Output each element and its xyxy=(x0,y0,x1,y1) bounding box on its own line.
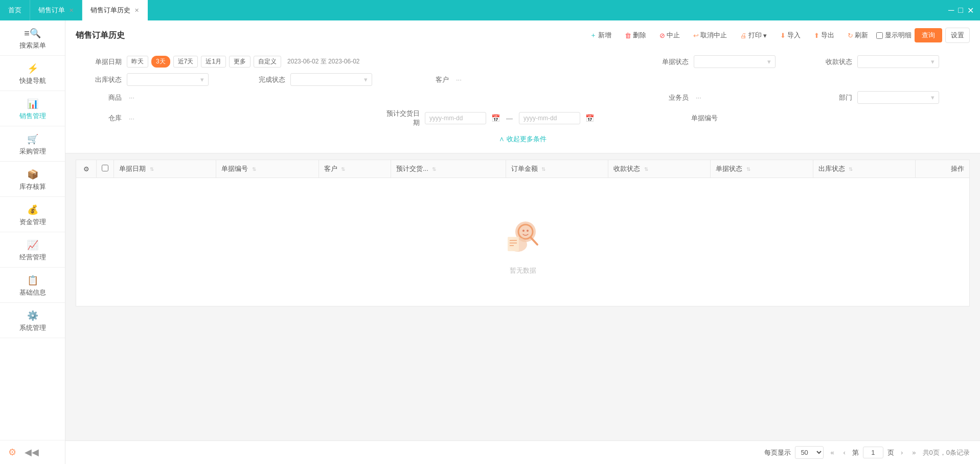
payment-status-select[interactable]: ▾ xyxy=(857,55,939,68)
tab-home[interactable]: 首页 xyxy=(0,0,30,20)
collapse-bar[interactable]: ∧ 收起更多条件 xyxy=(86,132,960,148)
svg-point-4 xyxy=(522,230,525,232)
empty-state-icon xyxy=(497,209,549,260)
import-button[interactable]: ⬇ 导入 xyxy=(775,28,806,42)
last-page-button[interactable]: » xyxy=(909,447,918,458)
show-detail-checkbox[interactable]: 显示明细 xyxy=(876,31,911,40)
cancel-stop-icon: ↩ xyxy=(693,32,699,39)
table-header: ⚙ 单据日期 ⇅ 单据编号 ⇅ 客户 xyxy=(76,160,970,178)
system-mgmt-icon: ⚙️ xyxy=(27,310,38,321)
next-page-button[interactable]: › xyxy=(898,447,905,458)
page-number-input[interactable] xyxy=(863,447,883,458)
date-btn-more[interactable]: 更多 xyxy=(229,56,250,68)
delete-button[interactable]: 🗑 删除 xyxy=(620,28,651,42)
date-btn-today[interactable]: 昨天 xyxy=(127,56,148,68)
new-button[interactable]: ＋ 新增 xyxy=(585,28,617,42)
payment-status-control: ▾ xyxy=(857,55,960,68)
customer-control: ··· xyxy=(454,76,960,83)
delivery-date-label: 预计交货日期 xyxy=(384,109,425,127)
stop-icon: ⊘ xyxy=(659,32,665,39)
refresh-button[interactable]: ↻ 刷新 xyxy=(842,28,873,42)
warehouse-control: ··· xyxy=(127,115,363,122)
complete-status-control: ▾ xyxy=(290,73,393,86)
quick-nav-icon: ⚡ xyxy=(27,63,38,74)
sidebar-item-purchase-mgmt[interactable]: 🛒 采购管理 xyxy=(0,126,65,162)
sidebar-item-inventory[interactable]: 📦 库存核算 xyxy=(0,162,65,197)
settings-button[interactable]: 设置 xyxy=(945,28,970,43)
filter-row-3: 商品 ··· 业务员 ··· 部门 ▾ xyxy=(86,91,960,104)
table-footer: 每页显示 50 10 20 100 « ‹ 第 页 › » 共0页，0条记录 xyxy=(65,440,980,464)
table-col-out-status[interactable]: 出库状态 ⇅ xyxy=(813,160,915,178)
sidebar-item-quick-nav[interactable]: ⚡ 快捷导航 xyxy=(0,56,65,91)
out-status-dropdown-icon: ▾ xyxy=(200,76,204,83)
table-col-date[interactable]: 单据日期 ⇅ xyxy=(114,160,216,178)
tab-sales-order-close[interactable]: ✕ xyxy=(69,7,74,14)
table-col-bill-status[interactable]: 单据状态 ⇅ xyxy=(711,160,813,178)
table-col-amount[interactable]: 订单金额 ⇅ xyxy=(506,160,608,178)
bill-status-sort-icon: ⇅ xyxy=(746,166,750,172)
date-btn-custom[interactable]: 自定义 xyxy=(254,56,281,68)
show-detail-input[interactable] xyxy=(876,32,883,39)
department-label: 部门 xyxy=(816,93,857,102)
department-select[interactable]: ▾ xyxy=(857,91,939,104)
import-icon: ⬇ xyxy=(780,32,786,39)
number-sort-icon: ⇅ xyxy=(252,166,256,172)
delivery-date-start-calendar-icon[interactable]: 📅 xyxy=(491,114,500,122)
per-page-select[interactable]: 50 10 20 100 xyxy=(795,446,824,459)
sidebar-settings-icon[interactable]: ⚙ xyxy=(8,447,16,458)
out-status-label: 出库状态 xyxy=(86,75,127,84)
purchase-mgmt-icon: 🛒 xyxy=(27,134,38,145)
close-icon[interactable]: ✕ xyxy=(967,6,974,15)
bill-status-select[interactable]: ▾ xyxy=(694,55,776,68)
tab-sales-order-history[interactable]: 销售订单历史 ✕ xyxy=(82,0,148,20)
sidebar-collapse-icon[interactable]: ◀◀ xyxy=(25,447,39,458)
query-button[interactable]: 查询 xyxy=(915,28,942,42)
print-button[interactable]: 🖨 打印 ▾ xyxy=(735,28,772,42)
page-header: 销售订单历史 ＋ 新增 🗑 删除 ⊘ 中止 ↩ xyxy=(65,20,980,153)
product-more-link[interactable]: ··· xyxy=(129,94,134,101)
top-bar: 首页 销售订单 ✕ 销售订单历史 ✕ ─ □ ✕ xyxy=(0,0,980,20)
delivery-date-start[interactable]: yyyy-mm-dd xyxy=(425,112,486,124)
maximize-icon[interactable]: □ xyxy=(958,6,963,15)
sidebar-item-sales-mgmt[interactable]: 📊 销售管理 xyxy=(0,91,65,126)
department-dropdown-icon: ▾ xyxy=(931,94,935,101)
salesperson-more-link[interactable]: ··· xyxy=(696,94,701,101)
sidebar-item-basic-info[interactable]: 📋 基础信息 xyxy=(0,268,65,303)
payment-status-dropdown-icon: ▾ xyxy=(931,58,935,65)
date-btn-7days[interactable]: 近7天 xyxy=(173,56,198,68)
delivery-date-end[interactable]: yyyy-mm-dd xyxy=(519,112,580,124)
customer-label: 客户 xyxy=(413,75,454,84)
table-col-delivery-date[interactable]: 预计交货... ⇅ xyxy=(391,160,506,178)
sidebar-item-system-mgmt[interactable]: ⚙️ 系统管理 xyxy=(0,303,65,338)
table-select-all-checkbox[interactable] xyxy=(102,165,108,171)
minimize-icon[interactable]: ─ xyxy=(948,6,954,15)
table-col-check[interactable] xyxy=(97,160,114,178)
table-col-customer[interactable]: 客户 ⇅ xyxy=(318,160,391,178)
sidebar-item-search-menu[interactable]: ≡🔍 搜索菜单 xyxy=(0,20,65,56)
prev-page-button[interactable]: ‹ xyxy=(841,447,848,458)
sidebar-bottom: ⚙ ◀◀ xyxy=(0,440,65,464)
out-status-select[interactable]: ▾ xyxy=(127,73,209,86)
out-status-sort-icon: ⇅ xyxy=(849,166,853,172)
payment-status-label: 收款状态 xyxy=(816,57,857,67)
table-col-number[interactable]: 单据编号 ⇅ xyxy=(216,160,318,178)
cancel-stop-button[interactable]: ↩ 取消中止 xyxy=(688,28,732,42)
export-button[interactable]: ⬆ 导出 xyxy=(809,28,839,42)
table-col-settings[interactable]: ⚙ xyxy=(76,160,97,178)
tab-sales-order-history-close[interactable]: ✕ xyxy=(134,7,139,14)
table-col-payment-status[interactable]: 收款状态 ⇅ xyxy=(608,160,711,178)
delivery-date-end-calendar-icon[interactable]: 📅 xyxy=(585,114,594,122)
customer-more-link[interactable]: ··· xyxy=(456,76,462,83)
date-btn-3days[interactable]: 3天 xyxy=(151,56,170,68)
complete-status-select[interactable]: ▾ xyxy=(290,73,372,86)
tab-sales-order[interactable]: 销售订单 ✕ xyxy=(30,0,82,20)
complete-status-dropdown-icon: ▾ xyxy=(364,76,368,83)
warehouse-more-link[interactable]: ··· xyxy=(129,115,134,122)
stop-button[interactable]: ⊘ 中止 xyxy=(654,28,685,42)
sidebar-item-capital-mgmt[interactable]: 💰 资金管理 xyxy=(0,197,65,232)
date-sort-icon: ⇅ xyxy=(150,166,154,172)
salesperson-label: 业务员 xyxy=(653,93,694,102)
date-btn-month[interactable]: 近1月 xyxy=(201,56,226,68)
first-page-button[interactable]: « xyxy=(828,447,836,458)
sidebar-item-operations-mgmt[interactable]: 📈 经营管理 xyxy=(0,232,65,268)
